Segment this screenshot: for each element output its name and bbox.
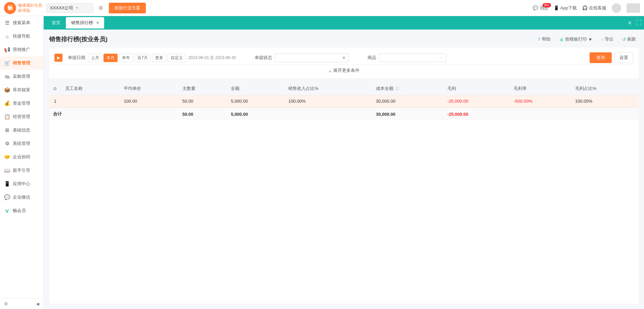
- cell-cost-amount: 30,000.00: [372, 95, 443, 108]
- cell-employee: [61, 95, 120, 108]
- sidebar-item-finance[interactable]: 💰 资金管理: [0, 97, 43, 110]
- sidebar-item-basic-info[interactable]: ⊞ 基础信息: [0, 123, 43, 137]
- tab-maximize-icon[interactable]: ⛶: [636, 20, 641, 26]
- date-buttons: 上月 本月 本年 近7天 更多 自定义: [88, 54, 186, 62]
- online-service-button[interactable]: 🎧 在线客服: [582, 5, 606, 11]
- goods-filter-label: 商品: [368, 55, 376, 61]
- sidebar-settings-icon[interactable]: ⚙: [4, 301, 8, 306]
- top-right-actions: 💬 消息 99+ 📱 App下载 🎧 在线客服: [533, 3, 640, 13]
- export-button[interactable]: ↑ 导出: [599, 35, 616, 44]
- headset-icon: 🎧: [582, 5, 588, 10]
- page-header-actions: ? 帮助 🖨 按模板打印 ▼ ↑ 导出 ↺: [535, 35, 639, 44]
- sidebar-item-sales[interactable]: 🛒 销售管理: [0, 56, 43, 70]
- sidebar-item-purchase[interactable]: 🛍 采购管理: [0, 70, 43, 83]
- user-name-area: [627, 3, 640, 13]
- message-button[interactable]: 💬 消息 99+: [533, 5, 548, 11]
- vip-icon: V: [4, 208, 10, 214]
- sidebar-collapse-icon[interactable]: ◀: [36, 301, 39, 306]
- tab-close-icon[interactable]: ×: [96, 20, 99, 25]
- sidebar-item-quicknav[interactable]: ⌂ 快捷导航: [0, 30, 43, 43]
- footer-amount: 5,000.00: [227, 107, 284, 120]
- sales-icon: 🛒: [4, 60, 10, 66]
- chevron-down-icon: ⌄: [328, 68, 332, 73]
- footer-gross-pct: [571, 107, 639, 120]
- expand-more-row[interactable]: ⌄ 展开更多条件: [54, 64, 633, 73]
- page-body: 销售排行榜(按业务员) ? 帮助 🖨 按模板打印 ▼ ↑: [44, 30, 644, 309]
- main-area: ☰ 搜索菜单 ⌂ 快捷导航 📢 营销推广 🛒 销售管理 🛍 采购管理 📦 库: [0, 16, 644, 309]
- sidebar-item-vip[interactable]: V 畅会员: [0, 204, 43, 217]
- filter-status: 单据状态 ▼: [255, 53, 349, 62]
- col-sales-pct: 销售收入占比%: [284, 82, 372, 95]
- col-settings-icon[interactable]: ⚙: [49, 82, 61, 95]
- page-header: 销售排行榜(按业务员) ? 帮助 🖨 按模板打印 ▼ ↑: [49, 35, 639, 44]
- inventory-icon: 📦: [4, 87, 10, 93]
- filter-row-1: ▶ 单据日期 上月 本月 本年 近7天 更多 自定义: [54, 52, 633, 63]
- tab-close-window-icon[interactable]: ✕: [628, 20, 632, 26]
- table-footer-row: 合计 50.00 5,000.00 30,000.00 -25,000.00: [49, 107, 639, 120]
- cost-info-icon[interactable]: ⓘ: [395, 87, 399, 91]
- sidebar-item-enterprise[interactable]: 🤝 企业协同: [0, 150, 43, 164]
- guide-icon: 📖: [4, 167, 10, 173]
- sidebar-item-inventory[interactable]: 📦 库存核算: [0, 83, 43, 97]
- operations-icon: 📋: [4, 114, 10, 120]
- cell-gross-pct: 100.00%: [571, 95, 639, 108]
- sidebar: ☰ 搜索菜单 ⌂ 快捷导航 📢 营销推广 🛒 销售管理 🛍 采购管理 📦 库: [0, 16, 44, 309]
- status-select[interactable]: [275, 53, 349, 62]
- col-gross-pct: 毛利占比%: [571, 82, 639, 95]
- footer-label: 合计: [49, 107, 120, 120]
- wechat-icon: 💬: [4, 194, 10, 200]
- trial-button[interactable]: 体验行业方案: [109, 3, 146, 13]
- table-row: 1 100.00 50.00 5,000.00 100.00% 30,000.0…: [49, 95, 639, 108]
- sidebar-item-wechat[interactable]: 💬 企业微信: [0, 191, 43, 204]
- date-btn-more[interactable]: 更多: [152, 54, 166, 62]
- system-icon: ⚙: [4, 141, 10, 147]
- date-btn-this-year[interactable]: 本年: [119, 54, 133, 62]
- date-btn-7days[interactable]: 近7天: [134, 54, 151, 62]
- date-btn-custom[interactable]: 自定义: [168, 54, 186, 62]
- sidebar-item-system[interactable]: ⚙ 系统管理: [0, 137, 43, 150]
- filter-date: 单据日期 上月 本月 本年 近7天 更多 自定义 2023-06-01 至 20…: [68, 54, 236, 62]
- export-icon: ↑: [601, 37, 604, 42]
- date-btn-this-month[interactable]: 本月: [103, 54, 118, 62]
- col-avg-price: 平均单价: [120, 82, 178, 95]
- filter-expand-arrow[interactable]: ▶: [54, 54, 62, 62]
- date-range-display: 2023-06-01 至 2023-06-30: [188, 55, 236, 61]
- table-header-row: ⚙ 员工名称 平均单价 主数量 全额 销售收入占比% 成本全额 ⓘ 毛利 毛利率…: [49, 82, 639, 95]
- sidebar-bottom: ⚙ ◀: [0, 298, 43, 309]
- cell-avg-price: 100.00: [120, 95, 178, 108]
- top-bar: 畅 畅康通好生意 标准版 XXXXX公司 ▼ ⚙ 体验行业方案 💬 消息 99+…: [0, 0, 644, 16]
- ellipsis-icon: ···: [439, 55, 442, 60]
- footer-cost-amount: 30,000.00: [372, 107, 443, 120]
- company-selector[interactable]: XXXXX公司 ▼: [46, 3, 93, 13]
- settings-icon[interactable]: ⚙: [96, 3, 105, 13]
- date-filter-label: 单据日期: [68, 55, 85, 61]
- footer-sales-pct: [284, 107, 372, 120]
- footer-avg-price: [120, 107, 178, 120]
- refresh-icon: ↺: [622, 37, 626, 42]
- sidebar-item-search[interactable]: ☰ 搜索菜单: [0, 16, 43, 30]
- page-title: 销售排行榜(按业务员): [49, 35, 108, 43]
- date-btn-last-month[interactable]: 上月: [88, 54, 102, 62]
- print-dropdown-icon: ▼: [588, 37, 593, 42]
- settings-button[interactable]: 设置: [614, 52, 633, 63]
- tab-home[interactable]: 首页: [46, 17, 66, 29]
- sidebar-item-marketing[interactable]: 📢 营销推广: [0, 43, 43, 56]
- svg-text:畅: 畅: [7, 5, 13, 11]
- avatar[interactable]: [612, 3, 621, 13]
- print-button[interactable]: 🖨 按模板打印 ▼: [557, 35, 595, 44]
- col-cost-amount: 成本全额 ⓘ: [372, 82, 443, 95]
- sidebar-item-guide[interactable]: 📖 新手引导: [0, 164, 43, 177]
- query-button[interactable]: 查询: [590, 52, 612, 63]
- help-button[interactable]: ? 帮助: [535, 35, 553, 44]
- data-table-wrap: ⚙ 员工名称 平均单价 主数量 全额 销售收入占比% 成本全额 ⓘ 毛利 毛利率…: [49, 82, 639, 304]
- sidebar-item-apps[interactable]: 📱 应用中心: [0, 177, 43, 191]
- sidebar-item-operations[interactable]: 📋 经营管理: [0, 110, 43, 123]
- app-download-icon: 📱: [554, 5, 559, 10]
- goods-input-field[interactable]: ···: [379, 53, 446, 62]
- refresh-button[interactable]: ↺ 刷新: [619, 35, 639, 44]
- app-download-button[interactable]: 📱 App下载: [554, 5, 577, 11]
- tab-sales-ranking[interactable]: 销售排行榜 ×: [66, 17, 104, 29]
- help-icon: ?: [538, 37, 540, 42]
- cell-gross-rate: -500.00%: [510, 95, 571, 108]
- tab-bar: 首页 销售排行榜 × ✕ ⛶: [44, 16, 644, 30]
